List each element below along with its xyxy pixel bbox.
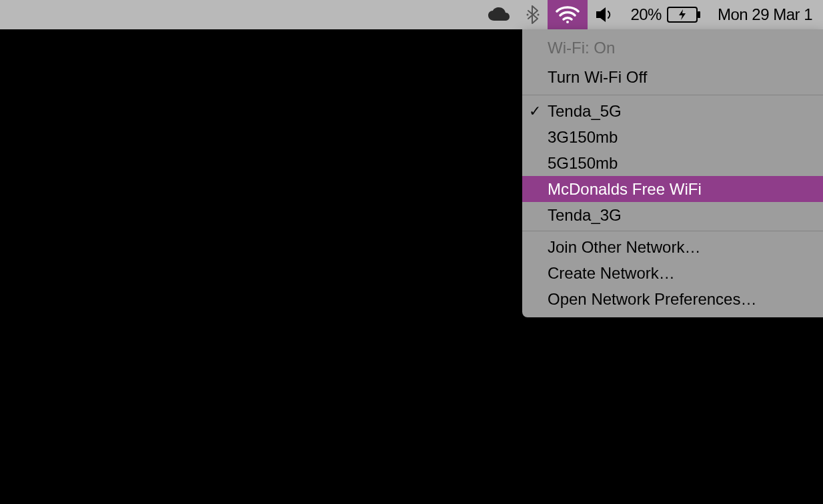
wifi-dropdown-menu: Wi-Fi: On Turn Wi-Fi Off ✓ Tenda_5G 3G15…	[522, 29, 823, 317]
wifi-network-label: McDonalds Free WiFi	[548, 180, 702, 199]
wifi-network-label: Tenda_5G	[548, 102, 622, 121]
wifi-network-label: 5G150mb	[548, 154, 618, 173]
volume-icon[interactable]	[588, 0, 622, 29]
clock[interactable]: Mon 29 Mar 1	[710, 0, 823, 29]
wifi-network-label: 3G150mb	[548, 128, 618, 147]
create-network-row[interactable]: Create Network…	[522, 260, 823, 286]
wifi-network-row[interactable]: ✓ Tenda_5G	[522, 98, 823, 124]
menu-separator	[522, 95, 823, 95]
join-other-label: Join Other Network…	[548, 238, 700, 257]
wifi-network-row[interactable]: 3G150mb	[522, 124, 823, 150]
battery-percent-label: 20%	[630, 5, 662, 24]
svg-point-0	[527, 14, 529, 16]
bluetooth-icon[interactable]	[518, 0, 548, 29]
network-preferences-label: Open Network Preferences…	[548, 290, 756, 309]
wifi-network-row[interactable]: McDonalds Free WiFi	[522, 176, 823, 202]
svg-point-1	[538, 14, 540, 16]
wifi-network-row[interactable]: 5G150mb	[522, 150, 823, 176]
svg-point-2	[566, 21, 569, 23]
wifi-toggle-row[interactable]: Turn Wi-Fi Off	[522, 63, 823, 92]
wifi-status-row: Wi-Fi: On	[522, 33, 823, 63]
wifi-network-label: Tenda_3G	[548, 206, 622, 225]
svg-rect-4	[698, 11, 700, 18]
wifi-network-row[interactable]: Tenda_3G	[522, 202, 823, 228]
network-preferences-row[interactable]: Open Network Preferences…	[522, 286, 823, 312]
menubar: 20% Mon 29 Mar 1	[0, 0, 823, 29]
cloud-status-icon[interactable]	[480, 0, 518, 29]
join-other-network-row[interactable]: Join Other Network…	[522, 234, 823, 260]
menu-separator	[522, 231, 823, 231]
checkmark-icon: ✓	[529, 103, 541, 120]
wifi-status-label: Wi-Fi: On	[548, 39, 615, 57]
wifi-toggle-label: Turn Wi-Fi Off	[548, 68, 647, 87]
wifi-icon[interactable]	[548, 0, 588, 29]
create-network-label: Create Network…	[548, 264, 675, 283]
clock-label: Mon 29 Mar 1	[718, 5, 815, 24]
battery-status[interactable]: 20%	[622, 0, 710, 29]
